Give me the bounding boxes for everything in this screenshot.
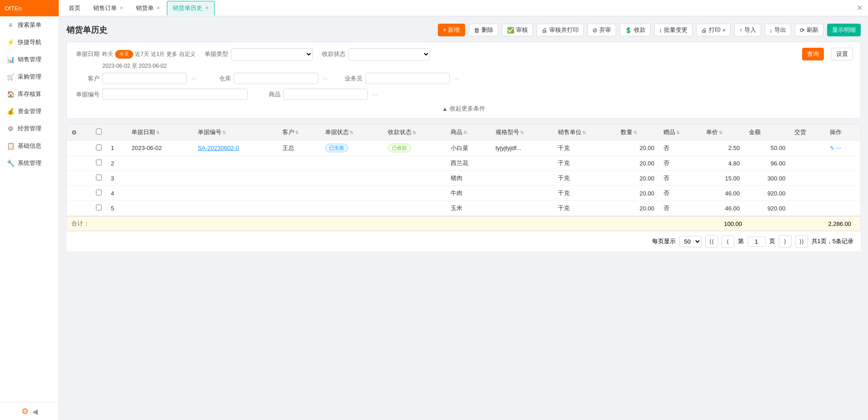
sidebar-item-inventory[interactable]: 🏠 库存核算 [0,85,59,103]
filter-collect-status-item: 收款状态 [320,48,430,60]
select-all-checkbox[interactable] [96,129,102,135]
refresh-button[interactable]: ⟳ 刷新 [795,24,823,36]
total-info: 共1页，5条记录 [812,237,853,245]
sidebar-item-finance-mgmt[interactable]: 💰 资金管理 [0,103,59,120]
date-7days[interactable]: 近7天 [135,50,149,58]
customer-more-icon[interactable]: ··· [190,75,198,82]
export-icon: ↓ [770,27,773,34]
doc-no-link[interactable]: SA-20230602-0 [198,145,239,151]
warehouse-input[interactable] [234,73,318,84]
col-spec[interactable]: 规格型号⇅ [491,125,554,140]
print-button[interactable]: 🖨 打印 ▾ [696,24,731,36]
cell-actions [825,201,860,216]
col-qty[interactable]: 数量⇅ [616,125,659,140]
product-more-icon[interactable]: ··· [371,91,379,98]
col-doc-date[interactable]: 单据日期⇅ [127,125,193,140]
doc-type-select[interactable] [231,48,313,60]
customer-sort-icon: ⇅ [295,130,299,135]
audit-print-button[interactable]: 🖨 审核并打印 [537,24,584,36]
last-page-button[interactable]: ⟩⟩ [795,235,808,248]
doc-no-sort-icon: ⇅ [222,130,226,135]
sidebar-item-quick-nav[interactable]: ⚡ 快捷导航 [0,34,59,51]
col-unit[interactable]: 销售单位⇅ [553,125,616,140]
sidebar-item-system-mgmt[interactable]: 🔧 系统管理 [0,155,59,172]
row-checkbox[interactable] [96,205,102,210]
row-checkbox[interactable] [96,175,102,180]
per-page-select[interactable]: 50 [679,236,702,247]
import-button[interactable]: ↑ 导入 [734,24,761,36]
date-range-selector: 昨天 今天 近7天 近1月 更多 自定义 [102,50,196,59]
date-custom[interactable]: 自定义 [179,50,196,58]
cell-amount: 300.00 [744,171,790,186]
tab-home[interactable]: 首页 [63,1,86,15]
row-checkbox[interactable] [96,160,102,165]
action-more-button[interactable]: ⋯ [836,145,841,151]
cell-settings [67,171,91,186]
staff-input[interactable] [365,73,450,84]
sidebar-settings-icon[interactable]: ⚙ [21,406,29,416]
warehouse-more-icon[interactable]: ··· [321,75,330,82]
abandon-button[interactable]: ⊘ 弃审 [587,24,616,36]
staff-label: 业务员 [337,75,362,83]
collect-status-select[interactable] [348,48,430,60]
col-price[interactable]: 单价⇅ [702,125,744,140]
date-more[interactable]: 更多 [166,50,177,58]
row-checkbox[interactable] [96,145,102,150]
cell-customer [278,186,321,201]
tab-sales-order-close[interactable]: ✕ [120,5,123,10]
col-doc-status[interactable]: 单据状态⇅ [321,125,383,140]
sidebar-item-purchase-mgmt[interactable]: 🛒 采购管理 [0,68,59,85]
col-product[interactable]: 商品⇅ [446,125,491,140]
export-button[interactable]: ↓ 导出 [765,24,792,36]
next-page-button[interactable]: ⟩ [779,235,792,248]
audit-button[interactable]: ✅ 审核 [502,24,533,36]
date-today[interactable]: 今天 [115,50,133,59]
close-all-tabs-icon[interactable]: ✕ [855,4,864,12]
sidebar-item-label: 系统管理 [18,159,41,167]
audit-print-icon: 🖨 [542,27,547,34]
collect-button[interactable]: 💲 收款 [620,24,651,36]
col-customer[interactable]: 客户⇅ [278,125,321,140]
search-button[interactable]: 查询 [802,48,824,60]
staff-more-icon[interactable]: ··· [452,75,461,82]
delete-button[interactable]: 🗑 删除 [469,24,498,36]
cell-collect-status [383,171,446,186]
table-settings-icon[interactable]: ⚙ [71,129,77,136]
sidebar-item-sales-mgmt[interactable]: 📊 销售管理 [0,51,59,68]
cell-transaction [790,140,825,156]
operation-icon: ⚙ [7,125,14,132]
tab-sales-delivery[interactable]: 销货单 ✕ [130,1,166,15]
settings-filter-button[interactable]: 设置 [831,48,853,60]
date-1month[interactable]: 近1月 [151,50,165,58]
product-input[interactable] [283,89,368,100]
batch-change-button[interactable]: ↕ 批量变更 [654,24,693,36]
doc-no-input[interactable] [102,89,248,100]
page-number-input[interactable] [748,236,766,247]
tab-sales-order[interactable]: 销售订单 ✕ [87,1,129,15]
col-gift[interactable]: 赠品⇅ [659,125,702,140]
finance-icon: 💰 [7,108,14,115]
sidebar-collapse-icon[interactable]: ◀ [32,407,38,416]
show-detail-button[interactable]: 显示明细 [827,24,861,36]
first-page-button[interactable]: ⟨⟨ [705,235,718,248]
col-collect-status[interactable]: 收款状态⇅ [383,125,446,140]
cell-checkbox [91,156,106,171]
col-settings[interactable]: ⚙ [67,125,91,140]
tab-sales-history[interactable]: 销货单历史 ✕ [167,1,215,15]
action-edit-button[interactable]: ✎ [830,145,834,151]
sidebar-item-basic-info[interactable]: 📋 基础信息 [0,137,59,155]
sidebar-item-operation-mgmt[interactable]: ⚙ 经营管理 [0,120,59,137]
customer-input[interactable] [102,73,187,84]
col-doc-no[interactable]: 单据编号⇅ [193,125,278,140]
tab-sales-delivery-close[interactable]: ✕ [156,5,160,10]
new-button[interactable]: + 新增 [438,24,465,36]
collapse-filter-button[interactable]: ▲ 收起更多条件 [74,105,853,113]
cell-collect-status [383,186,446,201]
row-checkbox[interactable] [96,190,102,195]
warehouse-label: 仓库 [206,75,231,83]
unit-sort-icon: ⇅ [582,130,586,135]
tab-sales-history-close[interactable]: ✕ [205,5,209,10]
date-yesterday[interactable]: 昨天 [102,50,113,58]
prev-page-button[interactable]: ⟨ [722,235,734,248]
sidebar-item-search-menu[interactable]: ≡ 搜索菜单 [0,16,59,34]
